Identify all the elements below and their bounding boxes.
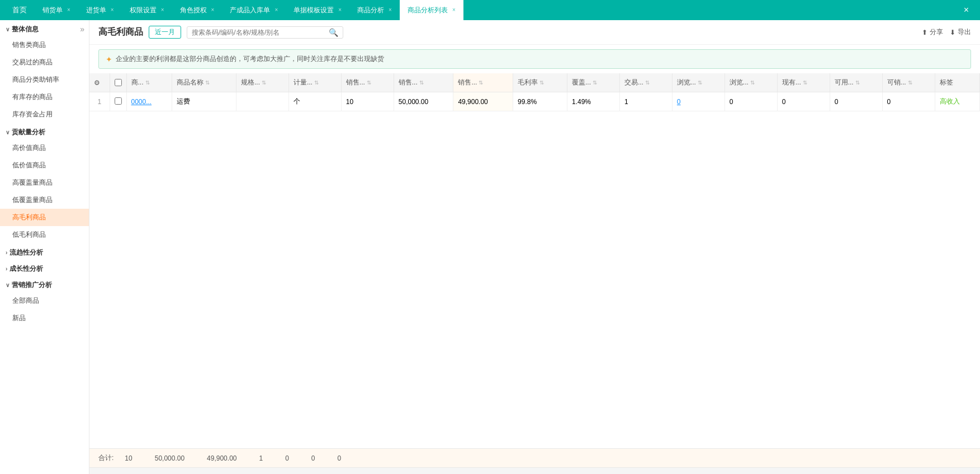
sidebar-item-category-rate[interactable]: 商品分类助销率 — [0, 71, 89, 88]
col-spec[interactable]: 规格... ⇅ — [236, 73, 288, 92]
sidebar-item-high-coverage[interactable]: 高覆盖量商品 — [0, 174, 89, 191]
nav-purchase[interactable]: 进货单 × — [78, 0, 122, 20]
sort-coverage-icon: ⇅ — [593, 79, 597, 86]
col-code[interactable]: 商... ⇅ — [126, 73, 172, 92]
col-tag[interactable]: 标签 — [935, 73, 979, 92]
row-gross-margin: 99.8% — [513, 92, 567, 111]
row-view2: 0 — [725, 92, 777, 111]
close-sales-tab[interactable]: × — [67, 0, 70, 20]
row-available: 0 — [830, 92, 882, 111]
sidebar-item-traded-goods[interactable]: 交易过的商品 — [0, 54, 89, 71]
sidebar-item-new-goods[interactable]: 新品 — [0, 309, 89, 327]
sidebar-group-marketing[interactable]: ∨ 营销推广分析 — [0, 276, 89, 292]
close-stockin-tab[interactable]: × — [274, 0, 278, 20]
export-button[interactable]: ⬇ 导出 — [950, 27, 971, 37]
nav-roles[interactable]: 角色授权 × — [172, 0, 222, 20]
data-table: ⚙ 商... ⇅ 商品名称 — [89, 73, 980, 111]
sidebar-item-low-margin[interactable]: 低毛利商品 — [0, 226, 89, 243]
sidebar-item-high-margin[interactable]: 高毛利商品 — [0, 209, 89, 226]
nav-permissions[interactable]: 权限设置 × — [122, 0, 172, 20]
horizontal-scrollbar[interactable] — [89, 467, 980, 474]
col-transaction[interactable]: 交易... ⇅ — [619, 73, 672, 92]
select-all-checkbox[interactable] — [115, 79, 122, 86]
col-coverage[interactable]: 覆盖... ⇅ — [567, 73, 619, 92]
sidebar-item-low-value[interactable]: 低价值商品 — [0, 157, 89, 174]
sort-stock-icon: ⇅ — [803, 79, 807, 86]
col-name[interactable]: 商品名称 ⇅ — [172, 73, 236, 92]
search-icon[interactable]: 🔍 — [329, 28, 338, 37]
nav-template[interactable]: 单据模板设置 × — [286, 0, 349, 20]
col-sales-profit[interactable]: 销售... ⇅ — [453, 73, 513, 92]
footer-sales-amount: 50,000.00 — [155, 454, 184, 462]
nav-product-analysis[interactable]: 商品分析 × — [349, 0, 400, 20]
share-button[interactable]: ⬆ 分享 — [922, 27, 943, 37]
info-icon: ✦ — [106, 55, 112, 64]
content-header: 高毛利商品 近一月 🔍 ⬆ 分享 ⬇ 导出 — [89, 20, 980, 45]
sort-code-icon: ⇅ — [145, 79, 150, 86]
sidebar-collapse-button[interactable]: » — [80, 25, 84, 34]
sidebar-group-contribution[interactable]: ∨ 贡献量分析 — [0, 123, 89, 139]
row-current-stock: 0 — [777, 92, 830, 111]
col-settings[interactable]: ⚙ — [89, 73, 110, 92]
sort-transaction-icon: ⇅ — [645, 79, 650, 86]
col-current-stock[interactable]: 现有... ⇅ — [777, 73, 830, 92]
search-input[interactable] — [192, 29, 326, 36]
recent-month-button[interactable]: 近一月 — [149, 26, 181, 39]
main-layout: » ∨ 整体信息 销售类商品 交易过的商品 商品分类助销率 有库存的商品 库存资… — [0, 20, 980, 474]
close-analysis-list-tab[interactable]: × — [452, 0, 456, 20]
col-view1[interactable]: 浏览... ⇅ — [672, 73, 725, 92]
col-checkbox[interactable] — [110, 73, 126, 92]
export-icon: ⬇ — [950, 29, 955, 36]
nav-sales[interactable]: 销货单 × — [35, 0, 78, 20]
close-purchase-tab[interactable]: × — [111, 0, 114, 20]
top-navigation: 首页 销货单 × 进货单 × 权限设置 × 角色授权 × 产成品入库单 × 单据… — [0, 0, 980, 20]
sidebar-item-sales-goods[interactable]: 销售类商品 — [0, 36, 89, 54]
footer-bar: 合计: 10 50,000.00 49,900.00 1 0 0 0 — [89, 448, 980, 467]
col-view2[interactable]: 浏览... ⇅ — [725, 73, 777, 92]
col-sellable[interactable]: 可销... ⇅ — [882, 73, 935, 92]
col-sales-amount[interactable]: 销售... ⇅ — [394, 73, 453, 92]
close-roles-tab[interactable]: × — [211, 0, 215, 20]
row-spec — [236, 92, 288, 111]
arrow-growth: › — [6, 266, 7, 272]
footer-transaction: 1 — [259, 454, 263, 462]
sidebar-item-stock-capital[interactable]: 库存资金占用 — [0, 106, 89, 123]
row-sales-qty: 10 — [341, 92, 394, 111]
sidebar-group-trend[interactable]: › 流趋性分析 — [0, 243, 89, 260]
row-checkbox[interactable] — [115, 97, 122, 105]
sort-spec-icon: ⇅ — [262, 79, 266, 86]
row-view1[interactable]: 0 — [672, 92, 725, 111]
close-template-tab[interactable]: × — [338, 0, 342, 20]
col-unit[interactable]: 计量... ⇅ — [288, 73, 341, 92]
sort-view1-icon: ⇅ — [698, 79, 702, 86]
arrow-overall: ∨ — [6, 26, 10, 32]
row-sellable: 0 — [882, 92, 935, 111]
row-checkbox-cell[interactable] — [110, 92, 126, 111]
window-close-button[interactable]: × — [957, 5, 976, 15]
sort-view2-icon: ⇅ — [750, 79, 755, 86]
nav-product-analysis-list[interactable]: 商品分析列表 × — [400, 0, 463, 20]
sidebar-item-high-value[interactable]: 高价值商品 — [0, 139, 89, 157]
info-banner: ✦ 企业的主要的利润都是这部分商品创造的，可考虑加大推广，同时关注库存是不要出现… — [98, 49, 971, 69]
row-coverage: 1.49% — [567, 92, 619, 111]
row-code[interactable]: 0000... — [126, 92, 172, 111]
col-available[interactable]: 可用... ⇅ — [830, 73, 882, 92]
sidebar-item-in-stock[interactable]: 有库存的商品 — [0, 88, 89, 106]
footer-available: 0 — [338, 454, 342, 462]
close-permissions-tab[interactable]: × — [161, 0, 164, 20]
nav-stock-in[interactable]: 产成品入库单 × — [222, 0, 286, 20]
sidebar-group-overall[interactable]: ∨ 整体信息 — [0, 20, 89, 36]
sidebar-group-growth[interactable]: › 成长性分析 — [0, 260, 89, 276]
nav-home[interactable]: 首页 — [4, 0, 35, 20]
close-analysis-tab[interactable]: × — [389, 0, 392, 20]
col-sales-qty[interactable]: 销售... ⇅ — [341, 73, 394, 92]
sidebar-item-low-coverage[interactable]: 低覆盖量商品 — [0, 191, 89, 209]
row-sales-amount: 50,000.00 — [394, 92, 453, 111]
row-name: 运费 — [172, 92, 236, 111]
row-tag: 高收入 — [935, 92, 979, 111]
sort-unit-icon: ⇅ — [314, 79, 319, 86]
sort-profit-icon: ⇅ — [479, 79, 483, 86]
col-gross-margin[interactable]: 毛利率 ⇅ — [513, 73, 567, 92]
sidebar-item-all-goods[interactable]: 全部商品 — [0, 292, 89, 309]
arrow-marketing: ∨ — [6, 282, 10, 288]
